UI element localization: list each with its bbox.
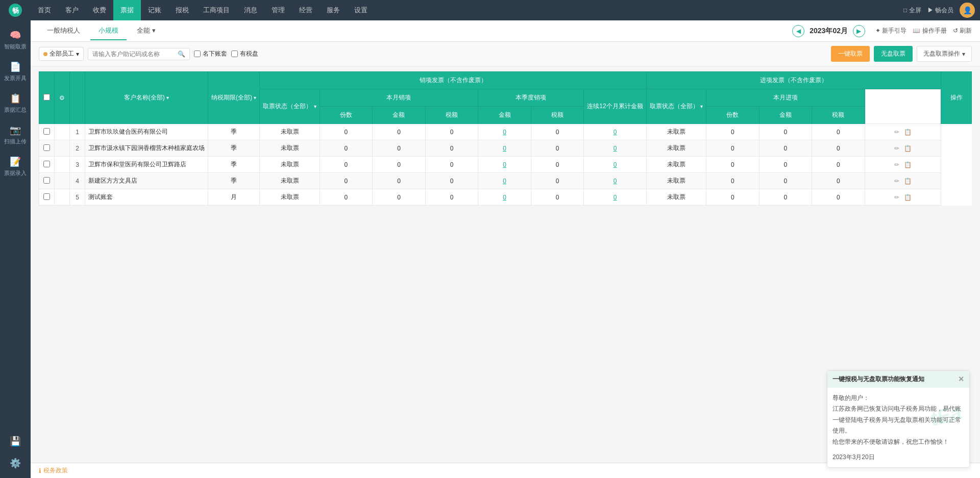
fullscreen-btn[interactable]: □ 全屏	[903, 6, 921, 15]
sales-12m-link[interactable]: 0	[614, 161, 617, 168]
sales-quarter-link[interactable]: 0	[503, 178, 506, 185]
member-btn[interactable]: ▶ 畅会员	[927, 6, 953, 15]
sidebar-settings-icon[interactable]: ⚙️	[1, 454, 30, 473]
th-purchase-group: 进项发票（不含作废票）	[646, 72, 941, 89]
own-accounts-checkbox-label[interactable]: 名下账套	[194, 49, 227, 58]
tab-general-taxpayer[interactable]: 一般纳税人	[39, 22, 88, 40]
row-detail-icon[interactable]: 📋	[904, 145, 912, 152]
row-tax-period: 季	[208, 140, 260, 157]
sales-quarter-link[interactable]: 0	[503, 145, 506, 152]
next-period-btn[interactable]: ▶	[853, 25, 865, 37]
th-settings: ⚙	[55, 72, 70, 124]
row-edit-icon[interactable]: ✏	[894, 178, 899, 185]
period-nav: ◀ 2023年02月 ▶	[792, 25, 865, 37]
row-checkbox-cell	[39, 189, 55, 206]
info-icon: ℹ	[39, 467, 41, 474]
row-purchase-status: 未取票	[646, 124, 706, 140]
nav-business[interactable]: 工商项目	[196, 0, 237, 20]
th-purchase-month-tax: 税额	[812, 107, 865, 124]
nav-home[interactable]: 首页	[31, 0, 58, 20]
tab-small-scale[interactable]: 小规模	[90, 22, 127, 40]
has-taxdisk-checkbox[interactable]	[231, 51, 238, 57]
nav-service[interactable]: 服务	[320, 0, 347, 20]
row-checkbox[interactable]	[43, 128, 50, 135]
own-accounts-checkbox[interactable]	[194, 51, 201, 57]
nodisk-ops-btn[interactable]: 无盘取票操作 ▾	[917, 46, 972, 62]
sidebar-item-smart-invoice[interactable]: 🧠 智能取票	[1, 26, 30, 55]
row-purchase-month-tax: 0	[812, 140, 865, 157]
row-index: 5	[70, 189, 85, 206]
search-box[interactable]: 🔍	[88, 48, 190, 60]
has-taxdisk-checkbox-label[interactable]: 有税盘	[231, 49, 258, 58]
table-row: 1 卫辉市玖玖健合医药有限公司 季 未取票 0 0 0 0 0 0 未取票 0 …	[39, 124, 972, 140]
nav-message[interactable]: 消息	[237, 0, 264, 20]
sales-quarter-link[interactable]: 0	[503, 194, 506, 201]
row-sales-quarter-tax: 0	[531, 140, 584, 157]
row-index: 2	[70, 140, 85, 157]
row-detail-icon[interactable]: 📋	[904, 178, 912, 185]
row-edit-icon[interactable]: ✏	[894, 129, 899, 136]
row-sales-month-count: 0	[320, 124, 373, 140]
sales-12m-link[interactable]: 0	[614, 178, 617, 185]
th-sales-quarter: 本季度销项	[478, 89, 584, 107]
nav-right: □ 全屏 ▶ 畅会员 👤	[903, 3, 975, 18]
row-edit-icon[interactable]: ✏	[894, 161, 899, 168]
th-purchase-month-amount: 金额	[759, 107, 812, 124]
nav-manage[interactable]: 管理	[264, 0, 292, 20]
sidebar-item-issue-invoice[interactable]: 📄 发票开具	[1, 57, 30, 86]
sales-quarter-link[interactable]: 0	[503, 161, 506, 168]
table-row: 3 卫辉市保和堂医药有限公司卫辉路店 季 未取票 0 0 0 0 0 0 未取票…	[39, 157, 972, 173]
row-checkbox[interactable]	[43, 193, 50, 200]
row-edit-icon[interactable]: ✏	[894, 145, 899, 152]
row-purchase-month-count: 0	[706, 140, 760, 157]
row-action-cell	[55, 124, 70, 140]
nav-customer[interactable]: 客户	[58, 0, 86, 20]
th-sales-12m: 连续12个月累计金额	[584, 89, 646, 124]
sidebar-item-entry[interactable]: 📝 票据录入	[1, 152, 30, 181]
row-checkbox[interactable]	[43, 161, 50, 167]
nav-settings[interactable]: 设置	[347, 0, 375, 20]
nav-accounting[interactable]: 记账	[141, 0, 168, 20]
nodisk-fetch-btn[interactable]: 无盘取票	[874, 46, 913, 62]
row-checkbox[interactable]	[43, 177, 50, 184]
row-detail-icon[interactable]: 📋	[904, 194, 912, 201]
row-detail-icon[interactable]: 📋	[904, 161, 912, 168]
refresh-btn[interactable]: ↺ 刷新	[953, 27, 972, 35]
sidebar-label-issue: 发票开具	[4, 74, 27, 82]
row-purchase-month-amount: 0	[759, 173, 812, 189]
row-checkbox[interactable]	[43, 144, 50, 151]
notification-title: 一键报税与无盘取票功能恢复通知	[832, 375, 924, 384]
tax-policy-link[interactable]: 税务政策	[43, 466, 68, 475]
row-sales-month-amount: 0	[373, 189, 426, 206]
sales-12m-link[interactable]: 0	[614, 129, 617, 136]
row-detail-icon[interactable]: 📋	[904, 129, 912, 136]
new-guide-btn[interactable]: ✦ 新手引导	[875, 27, 906, 35]
tab-all[interactable]: 全能 ▾	[129, 22, 164, 40]
sidebar-download-icon[interactable]: 💾	[1, 432, 30, 451]
search-input[interactable]	[92, 51, 176, 58]
nav-invoice[interactable]: 票据	[113, 0, 141, 20]
manual-btn[interactable]: 📖 操作手册	[913, 27, 946, 35]
sidebar-item-scan[interactable]: 📷 扫描上传	[1, 120, 30, 149]
sidebar-item-summary[interactable]: 📋 票据汇总	[1, 89, 30, 118]
row-sales-month-tax: 0	[425, 124, 478, 140]
nav-tax[interactable]: 报税	[168, 0, 196, 20]
prev-period-btn[interactable]: ◀	[792, 25, 804, 37]
select-all-checkbox[interactable]	[43, 94, 50, 100]
notification-close-btn[interactable]: ✕	[958, 375, 964, 383]
row-edit-icon[interactable]: ✏	[894, 194, 899, 201]
sales-12m-link[interactable]: 0	[614, 194, 617, 201]
nav-billing[interactable]: 收费	[86, 0, 113, 20]
row-sales-status: 未取票	[260, 189, 320, 206]
sidebar-label-scan: 扫描上传	[4, 138, 27, 145]
table-settings-icon[interactable]: ⚙	[59, 94, 65, 102]
row-purchase-month-tax: 0	[812, 124, 865, 140]
oneclick-fetch-btn[interactable]: 一键取票	[831, 46, 870, 62]
employee-select-dropdown[interactable]: 全部员工 ▾	[39, 47, 84, 61]
nav-operations[interactable]: 经营	[292, 0, 320, 20]
sales-quarter-link[interactable]: 0	[503, 129, 506, 136]
sub-tab-right-actions: ✦ 新手引导 📖 操作手册 ↺ 刷新	[875, 27, 972, 35]
svg-text:畅: 畅	[12, 7, 19, 14]
sales-12m-link[interactable]: 0	[614, 145, 617, 152]
user-avatar[interactable]: 👤	[960, 3, 975, 18]
